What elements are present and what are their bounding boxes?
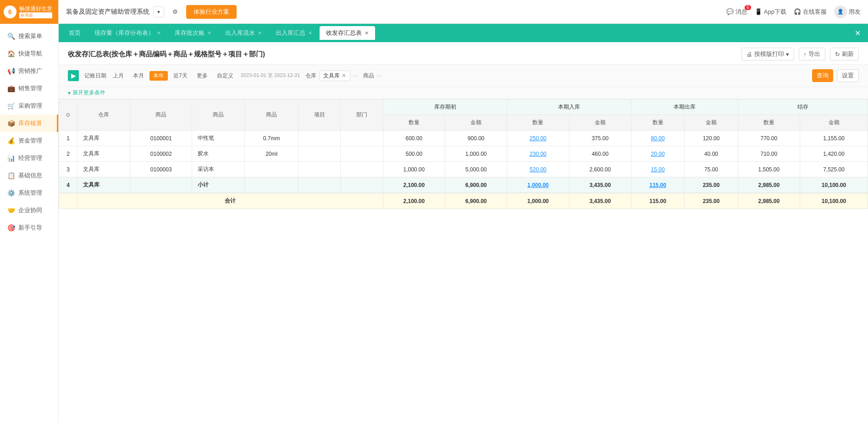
user-item[interactable]: 👤 用友 — [834, 5, 861, 18]
tab-close-batch[interactable]: ✕ — [207, 30, 211, 36]
tab-bar-close[interactable]: ✕ — [851, 29, 864, 38]
tab-home[interactable]: 首页 — [62, 26, 87, 40]
th-warehouse: 仓库 — [77, 99, 130, 131]
notification-item[interactable]: 💬 消息 6 — [726, 8, 747, 16]
app-download-item[interactable]: 📱 App下载 — [755, 8, 786, 16]
page-title: 收发存汇总表(按仓库＋商品编码＋商品＋规格型号＋项目＋部门) — [68, 50, 265, 59]
warehouse-tag-text: 文具库 — [323, 72, 340, 80]
tab-close-stock-dist[interactable]: ✕ — [157, 30, 161, 36]
th-goods-spec: 商品 — [245, 99, 298, 131]
sidebar-item-label: 采购管理 — [18, 102, 42, 110]
warehouse-more-btn[interactable]: ··· — [353, 72, 358, 79]
sidebar-item-label: 经营管理 — [18, 154, 42, 162]
date-filter-group: 记账日期 上月 本月 本年 近7天 更多 自定义 — [84, 71, 237, 81]
headset-icon: 🎧 — [794, 8, 801, 15]
trial-button[interactable]: 体验行业方案 — [186, 5, 237, 19]
target-icon: 🎯 — [7, 224, 15, 231]
top-header: 装备及固定资产辅助管理系统 ▾ ⚙ 体验行业方案 💬 消息 6 📱 App下载 … — [59, 0, 868, 24]
sidebar-item-quick-nav[interactable]: 🏠 快捷导航 — [0, 45, 58, 62]
table-settings-button[interactable]: 设置 — [837, 69, 859, 82]
sidebar-item-label: 库存核算 — [18, 119, 42, 127]
warehouse-label: 仓库 — [305, 72, 316, 80]
sidebar-item-purchase[interactable]: 🛒 采购管理 — [0, 97, 58, 115]
tab-close-recv-send[interactable]: ✕ — [365, 30, 369, 36]
sidebar-item-marketing[interactable]: 📢 营销推广 — [0, 62, 58, 80]
th-open-qty: 数量 — [383, 115, 445, 131]
tab-batch[interactable]: 库存批次账 ✕ — [168, 26, 218, 40]
footer-in-amt: 3,435.00 — [569, 193, 631, 209]
settings-btn[interactable]: ⚙ — [168, 6, 182, 17]
logo-icon: 6 — [4, 5, 17, 18]
query-button[interactable]: 查询 — [812, 69, 833, 82]
tab-close-inout-flow[interactable]: ✕ — [258, 30, 262, 36]
sidebar-item-system[interactable]: ⚙️ 系统管理 — [0, 184, 58, 202]
print-button[interactable]: 🖨 按模版打印 ▾ — [741, 48, 794, 60]
notification-badge: 6 — [745, 5, 751, 10]
cart-icon: 🛒 — [7, 102, 15, 110]
sidebar-logo: 6 畅捷通好生意 标准版 — [0, 0, 58, 24]
export-button[interactable]: ↑ 导出 — [799, 48, 826, 60]
filter-expand-button[interactable]: ▶ — [68, 70, 79, 81]
user-label: 用友 — [849, 8, 861, 16]
gear-icon: ⚙️ — [7, 189, 15, 197]
th-settings: ⚙ — [59, 99, 77, 131]
column-settings-icon[interactable]: ⚙ — [66, 112, 71, 118]
footer-out-amt: 235.00 — [685, 193, 738, 209]
refresh-button[interactable]: ↻ 刷新 — [830, 48, 859, 60]
table-row: 3文具库0100003采访本1,000.005,000.00520.002,60… — [59, 162, 868, 177]
th-bal-qty: 数量 — [738, 115, 800, 131]
th-opening: 库存期初 — [383, 99, 507, 115]
footer-open-qty: 2,100.00 — [383, 193, 445, 209]
sidebar-item-finance[interactable]: 💰 资金管理 — [0, 132, 58, 149]
sidebar-nav: 🔍 搜索菜单 🏠 快捷导航 📢 营销推广 💼 销售管理 🛒 采购管理 📦 库存核… — [0, 24, 58, 423]
date-btn-this-year[interactable]: 本年 — [149, 71, 168, 81]
sidebar-item-basic-info[interactable]: 📋 基础信息 — [0, 167, 58, 184]
date-btn-custom[interactable]: 自定义 — [213, 71, 237, 81]
sidebar-item-sales[interactable]: 💼 销售管理 — [0, 80, 58, 97]
table-wrapper: ⚙ 仓库 商品 商品 商品 项目 部门 库存期初 本期入库 本期出库 结存 — [59, 99, 868, 423]
avatar: 👤 — [834, 5, 847, 18]
date-filter: 上月 本月 本年 近7天 更多 自定义 — [109, 71, 237, 81]
sidebar-item-guide[interactable]: 🎯 新手引导 — [0, 219, 58, 236]
date-label: 记账日期 — [84, 72, 106, 80]
sidebar-item-label: 快捷导航 — [18, 49, 42, 58]
tab-inout-flow[interactable]: 出入库流水 ✕ — [219, 26, 268, 40]
table-row: 1文具库0100001中性笔0.7mm600.00900.00250.00375… — [59, 131, 868, 146]
online-service-label: 在线客服 — [803, 8, 827, 16]
sidebar-item-label: 营销推广 — [18, 67, 42, 75]
tab-inout-summary[interactable]: 出入库汇总 ✕ — [269, 26, 319, 40]
sidebar-item-label: 搜索菜单 — [18, 32, 42, 40]
date-btn-this-month[interactable]: 本月 — [129, 71, 148, 81]
footer-bal-qty: 2,985.00 — [738, 193, 800, 209]
money-icon: 💰 — [7, 137, 15, 144]
th-goods-code: 商品 — [130, 99, 192, 131]
footer-label: 合计 — [77, 193, 383, 209]
th-out-qty: 数量 — [631, 115, 684, 131]
date-btn-last-month[interactable]: 上月 — [109, 71, 127, 81]
handshake-icon: 🤝 — [7, 207, 15, 214]
gear-icon: ⚙ — [172, 8, 178, 15]
goods-more-btn[interactable]: ··· — [377, 72, 381, 79]
chart-icon: 📊 — [7, 154, 15, 162]
th-goods-name: 商品 — [192, 99, 245, 131]
online-service-item[interactable]: 🎧 在线客服 — [794, 8, 827, 16]
home-icon: 🏠 — [7, 50, 15, 57]
tab-close-inout-summary[interactable]: ✕ — [308, 30, 312, 36]
sidebar-item-collab[interactable]: 🤝 企业协同 — [0, 202, 58, 219]
export-icon: ↑ — [804, 51, 807, 58]
sidebar-item-search[interactable]: 🔍 搜索菜单 — [0, 27, 58, 45]
tab-recv-send[interactable]: 收发存汇总表 ✕ — [320, 26, 375, 40]
date-btn-more[interactable]: 更多 — [193, 71, 211, 81]
logo-text: 畅捷通好生意 — [19, 5, 52, 13]
date-btn-7days[interactable]: 近7天 — [170, 71, 191, 81]
warehouse-tag: 文具库 ✕ — [319, 71, 350, 81]
footer-out-qty: 115.00 — [631, 193, 684, 209]
goods-label: 商品 — [363, 72, 374, 80]
warehouse-tag-close[interactable]: ✕ — [342, 72, 346, 79]
expand-more-button[interactable]: ▾ 展开更多条件 — [68, 89, 105, 97]
sidebar-item-inventory[interactable]: 📦 库存核算 — [0, 115, 58, 132]
system-dropdown[interactable]: ▾ — [153, 6, 164, 17]
sidebar-item-operations[interactable]: 📊 经营管理 — [0, 149, 58, 167]
tab-stock-dist[interactable]: 现存量（库存分布表） ✕ — [88, 26, 167, 40]
expand-more-row: ▾ 展开更多条件 — [59, 87, 868, 99]
